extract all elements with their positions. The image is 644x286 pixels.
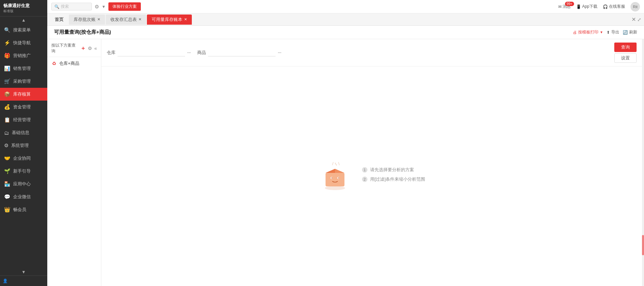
- sidebar-item-enterprise[interactable]: 🤝 企业协同: [0, 152, 47, 165]
- sidebar-bottom: 👤: [0, 276, 47, 286]
- tabs-right-controls: ✕ ⤢: [632, 16, 641, 23]
- topbar: 🔍 搜索 ⚙ ▼ 体验行业方案 ✉ 消息 99+ 📱 App下载 🎧 在线客服 …: [47, 0, 644, 14]
- tab-receive-summary-close[interactable]: ✕: [138, 17, 141, 22]
- sidebar-label-search: 搜索菜单: [13, 27, 31, 33]
- topbar-search-box[interactable]: 🔍 搜索: [51, 3, 92, 10]
- user-avatar-topbar[interactable]: Rit: [630, 2, 640, 11]
- topbar-search-icon: 🔍: [54, 4, 59, 9]
- purchase-icon: 🛒: [4, 78, 10, 84]
- sidebar-item-quick-nav[interactable]: ⚡ 快捷导航: [0, 36, 47, 49]
- marketing-icon: 🎁: [4, 53, 10, 59]
- refresh-button[interactable]: 🔄 刷新: [623, 29, 637, 35]
- export-button[interactable]: ⬆ 导出: [607, 29, 619, 35]
- industry-solution-button[interactable]: 体验行业方案: [108, 2, 141, 11]
- message-button[interactable]: ✉ 消息 99+: [558, 4, 571, 9]
- step-2-num: 2: [362, 177, 367, 182]
- online-service-link[interactable]: 🎧 在线客服: [603, 4, 625, 9]
- operation-icon: 📋: [4, 117, 10, 123]
- right-scrollbar[interactable]: [642, 39, 644, 286]
- sidebar-label-appstore: 应用中心: [13, 181, 31, 187]
- sidebar-item-member[interactable]: 👑 畅会员: [0, 203, 47, 216]
- query-panel: 仓库 ··· 商品 ··· 查询 设置: [101, 39, 642, 286]
- sidebar-logo: 畅康通好生意 标准版: [0, 0, 47, 17]
- search-icon: 🔍: [4, 27, 10, 33]
- tab-batch-ledger[interactable]: 库存批次账 ✕: [69, 15, 105, 25]
- sidebar-item-wechat[interactable]: 💬 企业微信: [0, 190, 47, 203]
- query-button[interactable]: 查询: [614, 43, 637, 52]
- tab-receive-summary[interactable]: 收发存汇总表 ✕: [106, 15, 146, 25]
- empty-step-2: 2 用[过滤]条件来缩小分析范围: [362, 176, 425, 182]
- step-2-text: 用[过滤]条件来缩小分析范围: [370, 176, 425, 182]
- sidebar-label-member: 畅会员: [13, 207, 26, 213]
- svg-line-6: [335, 163, 337, 165]
- scheme-header: 按以下方案查询 ＋ ⚙ «: [47, 39, 101, 57]
- logo-title: 畅康通好生意: [3, 3, 44, 9]
- sidebar-item-system[interactable]: ⚙ 系统管理: [0, 139, 47, 152]
- scheme-warehouse-goods-label: 仓库+商品: [59, 60, 79, 67]
- template-print-button[interactable]: 🖨 按模板打印 ▼: [573, 29, 603, 35]
- export-icon: ⬆: [607, 30, 610, 35]
- warehouse-ellipsis-button[interactable]: ···: [187, 50, 190, 56]
- warehouse-filter-label: 仓库: [107, 50, 115, 56]
- sidebar-item-purchase[interactable]: 🛒 采购管理: [0, 75, 47, 88]
- sidebar-item-newbie[interactable]: 🌱 新手引导: [0, 165, 47, 178]
- sidebar-label-newbie: 新手引导: [13, 168, 31, 174]
- sidebar-item-finance[interactable]: 💰 资金管理: [0, 101, 47, 113]
- quick-nav-icon: ⚡: [4, 40, 10, 46]
- tab-home[interactable]: 首页: [50, 15, 68, 25]
- step-1-num: 1: [362, 167, 367, 173]
- sidebar-item-inventory[interactable]: 📦 库存核算: [0, 88, 47, 101]
- tab-receive-summary-label: 收发存汇总表: [110, 17, 137, 23]
- tab-available-ledger[interactable]: 可用量库存账本 ✕: [147, 15, 192, 25]
- app-download-link[interactable]: 📱 App下载: [576, 4, 597, 9]
- sidebar-item-appstore[interactable]: 🏪 应用中心: [0, 178, 47, 190]
- scheme-item-warehouse-goods[interactable]: ♻ 仓库+商品: [47, 57, 101, 70]
- goods-filter-input[interactable]: [208, 49, 276, 56]
- scheme-title: 按以下方案查询: [51, 43, 78, 54]
- sidebar-scroll-up[interactable]: ▲: [0, 17, 47, 24]
- export-label: 导出: [611, 29, 619, 35]
- message-icon: ✉: [558, 4, 562, 9]
- step-1-text: 请先选择要分析的方案: [370, 167, 414, 173]
- appstore-icon: 🏪: [4, 181, 10, 187]
- sidebar-item-operation[interactable]: 📋 经营管理: [0, 113, 47, 126]
- logo-sub: 标准版: [3, 9, 44, 14]
- member-icon: 👑: [4, 207, 10, 213]
- topbar-dropdown-arrow[interactable]: ▼: [102, 4, 106, 9]
- scheme-add-button[interactable]: ＋: [80, 45, 86, 52]
- warehouse-filter-input[interactable]: [118, 49, 185, 56]
- sidebar-label-system: 系统管理: [11, 142, 29, 149]
- tab-batch-ledger-close[interactable]: ✕: [97, 17, 100, 22]
- tabs-close-all-button[interactable]: ✕: [632, 16, 636, 23]
- sidebar-label-sales: 销售管理: [13, 66, 31, 72]
- finance-icon: 💰: [4, 104, 10, 110]
- sidebar-item-marketing[interactable]: 🎁 营销推广: [0, 49, 47, 62]
- service-icon: 🎧: [603, 4, 608, 9]
- page-title: 可用量查询(按仓库+商品): [54, 29, 573, 35]
- service-label: 在线客服: [609, 4, 625, 9]
- topbar-right: ✉ 消息 99+ 📱 App下载 🎧 在线客服 Rit: [558, 2, 640, 11]
- sidebar-label-inventory: 库存核算: [13, 91, 31, 97]
- sidebar-item-basic[interactable]: 🗂 基础信息: [0, 126, 47, 139]
- scheme-collapse-button[interactable]: «: [94, 46, 97, 51]
- goods-ellipsis-button[interactable]: ···: [278, 50, 281, 56]
- sidebar-scroll-down[interactable]: ▼: [0, 268, 47, 276]
- svg-line-8: [332, 162, 333, 165]
- scheme-settings-button[interactable]: ⚙: [88, 46, 92, 51]
- topbar-gear-icon[interactable]: ⚙: [95, 4, 99, 10]
- sidebar-label-wechat: 企业微信: [13, 194, 31, 200]
- filter-goods: 商品 ···: [197, 49, 281, 56]
- empty-text: 1 请先选择要分析的方案 2 用[过滤]条件来缩小分析范围: [362, 167, 425, 186]
- svg-line-7: [338, 162, 339, 165]
- main-area: 🔍 搜索 ⚙ ▼ 体验行业方案 ✉ 消息 99+ 📱 App下载 🎧 在线客服 …: [47, 0, 644, 286]
- sidebar-item-sales[interactable]: 📊 销售管理: [0, 62, 47, 75]
- tabs-expand-button[interactable]: ⤢: [637, 17, 641, 22]
- tab-available-ledger-close[interactable]: ✕: [184, 17, 187, 22]
- settings-button[interactable]: 设置: [614, 53, 637, 63]
- filter-warehouse: 仓库 ···: [107, 49, 190, 56]
- scrollbar-thumb[interactable]: [642, 235, 644, 255]
- sidebar-item-search[interactable]: 🔍 搜索菜单: [0, 24, 47, 36]
- print-dropdown-icon[interactable]: ▼: [600, 30, 603, 34]
- content-area: 按以下方案查询 ＋ ⚙ « ♻ 仓库+商品 仓库 ··· 商品: [47, 39, 644, 286]
- sidebar-label-purchase: 采购管理: [13, 78, 31, 84]
